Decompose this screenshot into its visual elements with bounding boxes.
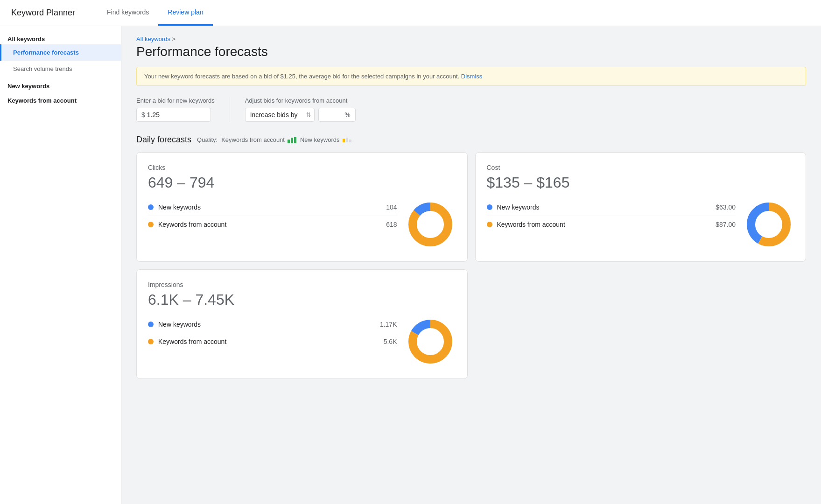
clicks-account-dot [148, 222, 154, 227]
impressions-donut-hole [417, 329, 443, 355]
cost-new-keywords-row: New keywords $63.00 [487, 199, 736, 216]
impressions-label: Impressions [148, 281, 456, 288]
cost-donut [743, 199, 794, 250]
cost-card-body: New keywords $63.00 Keywords from accoun… [487, 199, 795, 250]
impressions-account-label: Keywords from account [148, 338, 226, 345]
bar-6 [349, 140, 351, 142]
impressions-new-value: 1.17K [380, 321, 397, 328]
bid-input[interactable] [147, 111, 206, 119]
impressions-new-keywords-row: New keywords 1.17K [148, 316, 397, 333]
bar-1 [288, 140, 290, 143]
percent-input[interactable] [323, 111, 345, 119]
impressions-account-row: Keywords from account 5.6K [148, 333, 397, 350]
new-keywords-bars [343, 138, 351, 142]
cost-account-label-text: Keywords from account [497, 221, 565, 228]
cost-legend: New keywords $63.00 Keywords from accoun… [487, 199, 736, 233]
percent-symbol: % [344, 111, 350, 119]
new-keywords-bid-section: Enter a bid for new keywords $ [136, 97, 230, 122]
cost-new-dot [487, 204, 492, 210]
sidebar-item-all-keywords[interactable]: All keywords [0, 30, 121, 44]
impressions-new-keywords-label: New keywords [148, 321, 201, 328]
sidebar-item-search-volume-trends[interactable]: Search volume trends [0, 61, 121, 77]
sidebar-item-new-keywords[interactable]: New keywords [0, 77, 121, 91]
from-account-bars [288, 137, 296, 143]
cost-new-label: New keywords [497, 203, 540, 211]
cost-donut-hole [756, 211, 782, 238]
impressions-account-dot [148, 339, 154, 344]
legend-new-keywords-item: New keywords [300, 136, 351, 143]
clicks-legend: New keywords 104 Keywords from account 6… [148, 199, 397, 233]
percent-input-wrapper: % [318, 108, 356, 122]
impressions-legend: New keywords 1.17K Keywords from account… [148, 316, 397, 350]
bid-input-wrapper: $ [136, 108, 211, 122]
impressions-donut [405, 316, 456, 367]
impressions-new-label: New keywords [158, 321, 201, 328]
legend-from-account-label: Keywords from account [221, 136, 285, 143]
legend-from-account-item: Keywords from account [221, 136, 296, 143]
alert-banner: Your new keyword forecasts are based on … [136, 67, 806, 86]
clicks-new-value: 104 [386, 203, 397, 211]
cost-new-value: $63.00 [716, 203, 736, 211]
adjust-select[interactable]: Increase bids by Decrease bids by Set bi… [245, 108, 315, 122]
sidebar-item-keywords-from-account[interactable]: Keywords from account [0, 91, 121, 106]
layout: All keywords Performance forecasts Searc… [0, 26, 821, 504]
adjust-controls: Increase bids by Decrease bids by Set bi… [245, 108, 356, 122]
clicks-new-label: New keywords [158, 203, 201, 211]
bar-2 [291, 138, 293, 143]
clicks-new-dot [148, 204, 154, 210]
clicks-account-row: Keywords from account 618 [148, 216, 397, 233]
clicks-donut [405, 199, 456, 250]
adjust-select-wrapper: Increase bids by Decrease bids by Set bi… [245, 108, 315, 122]
sidebar-item-performance-forecasts[interactable]: Performance forecasts [0, 44, 121, 61]
daily-forecasts-header: Daily forecasts Quality: Keywords from a… [136, 135, 806, 145]
clicks-value: 649 – 794 [148, 174, 456, 191]
alert-dismiss-link[interactable]: Dismiss [461, 73, 483, 80]
sidebar: All keywords Performance forecasts Searc… [0, 26, 121, 504]
currency-symbol: $ [141, 111, 145, 119]
bar-3 [294, 137, 296, 143]
cost-donut-svg [743, 199, 794, 250]
cost-account-label: Keywords from account [487, 221, 565, 228]
new-keywords-bid-label: Enter a bid for new keywords [136, 97, 215, 104]
clicks-label: Clicks [148, 164, 456, 171]
cards-row-1: Clicks 649 – 794 New keywords 104 [136, 152, 806, 262]
tab-find-keywords[interactable]: Find keywords [98, 0, 158, 26]
impressions-donut-svg [405, 316, 456, 367]
breadcrumb-parent-link[interactable]: All keywords [136, 35, 170, 42]
impressions-card-body: New keywords 1.17K Keywords from account… [148, 316, 456, 367]
cost-value: $135 – $165 [487, 174, 795, 191]
clicks-new-keywords-row: New keywords 104 [148, 199, 397, 216]
clicks-card: Clicks 649 – 794 New keywords 104 [136, 152, 468, 262]
clicks-account-value: 618 [386, 221, 397, 228]
adjust-section: Adjust bids for keywords from account In… [245, 97, 356, 122]
clicks-new-keywords-label: New keywords [148, 203, 201, 211]
main-content: All keywords > Performance forecasts You… [121, 26, 821, 504]
clicks-donut-svg [405, 199, 456, 250]
quality-label: Quality: [197, 136, 218, 143]
clicks-donut-hole [417, 211, 443, 238]
cost-account-dot [487, 222, 492, 227]
alert-text: Your new keyword forecasts are based on … [144, 73, 459, 80]
cost-card: Cost $135 – $165 New keywords $63.00 [475, 152, 807, 262]
cost-new-keywords-label: New keywords [487, 203, 540, 211]
bar-5 [346, 138, 348, 142]
impressions-card: Impressions 6.1K – 7.45K New keywords 1.… [136, 269, 468, 379]
quality-legend: Quality: Keywords from account New keywo… [197, 136, 351, 143]
clicks-card-body: New keywords 104 Keywords from account 6… [148, 199, 456, 250]
bar-4 [343, 139, 345, 142]
top-navigation: Keyword Planner Find keywords Review pla… [0, 0, 821, 26]
cards-row-2: Impressions 6.1K – 7.45K New keywords 1.… [136, 269, 806, 379]
adjust-label: Adjust bids for keywords from account [245, 97, 356, 104]
cost-account-value: $87.00 [716, 221, 736, 228]
tab-review-plan[interactable]: Review plan [158, 0, 212, 26]
legend-new-keywords-label: New keywords [300, 136, 340, 143]
impressions-account-label-text: Keywords from account [158, 338, 226, 345]
breadcrumb-separator: > [172, 35, 176, 42]
cost-account-row: Keywords from account $87.00 [487, 216, 736, 233]
cost-label: Cost [487, 164, 795, 171]
daily-forecasts-title: Daily forecasts [136, 135, 191, 145]
impressions-account-value: 5.6K [384, 338, 397, 345]
impressions-value: 6.1K – 7.45K [148, 291, 456, 308]
clicks-account-label-text: Keywords from account [158, 221, 226, 228]
app-title: Keyword Planner [11, 8, 75, 18]
